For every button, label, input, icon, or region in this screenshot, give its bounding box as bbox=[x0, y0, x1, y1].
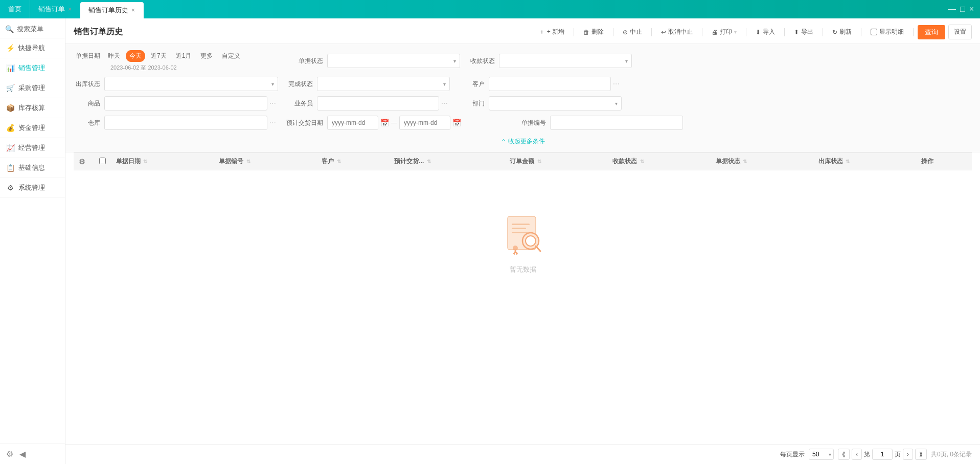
toolbar-divider-3 bbox=[651, 28, 652, 36]
customer-dots[interactable]: ··· bbox=[611, 79, 622, 89]
purchase-mgmt-icon: 🛒 bbox=[6, 84, 14, 92]
empty-text: 暂无数据 bbox=[510, 265, 536, 274]
bill-number-input[interactable] bbox=[550, 116, 683, 130]
th-operations-label: 操作 bbox=[921, 158, 933, 165]
sidebar-item-inventory-check-label: 库存核算 bbox=[18, 103, 45, 113]
delivery-status-select-wrapper bbox=[104, 77, 278, 91]
toolbar-divider-9 bbox=[913, 28, 914, 36]
window-minimize-icon[interactable]: — bbox=[948, 5, 956, 14]
date-btn-custom[interactable]: 自定义 bbox=[218, 50, 244, 62]
delivery-date-from[interactable] bbox=[327, 116, 378, 130]
warehouse-input[interactable] bbox=[104, 116, 267, 130]
export-button[interactable]: ⬆ 导出 bbox=[789, 25, 818, 39]
toolbar: ＋ + 新增 🗑 删除 ⊘ 中止 ↩ 取消中止 bbox=[534, 25, 972, 39]
sidebar-item-system-mgmt[interactable]: ⚙ 系统管理 bbox=[0, 178, 65, 198]
delivery-date-to[interactable] bbox=[399, 116, 450, 130]
tab-sales-order-history[interactable]: 销售订单历史 × bbox=[80, 2, 144, 18]
bill-status-label: 单据状态 bbox=[297, 57, 327, 65]
stop-button[interactable]: ⊘ 中止 bbox=[618, 25, 647, 39]
page-input[interactable] bbox=[872, 449, 893, 460]
bill-status-select[interactable] bbox=[327, 54, 460, 68]
settings-button[interactable]: 设置 bbox=[948, 25, 972, 39]
date-btn-1month[interactable]: 近1月 bbox=[172, 50, 195, 62]
th-bill-status-label: 单据状态 bbox=[716, 158, 740, 165]
delivery-date-from-calendar-icon[interactable]: 📅 bbox=[380, 119, 389, 127]
cancel-stop-icon: ↩ bbox=[661, 29, 666, 36]
date-btn-more[interactable]: 更多 bbox=[197, 50, 216, 62]
th-bill-number[interactable]: 单据编号 ⇅ bbox=[214, 153, 316, 170]
th-customer[interactable]: 客户 ⇅ bbox=[316, 153, 389, 170]
tab-sales-order-history-close[interactable]: × bbox=[131, 7, 135, 14]
completion-status-label: 完成状态 bbox=[286, 80, 317, 89]
sidebar-collapse-icon[interactable]: ◀ bbox=[19, 449, 26, 459]
display-detail-checkbox[interactable] bbox=[871, 29, 877, 35]
sidebar-item-inventory-check[interactable]: 📦 库存核算 bbox=[0, 98, 65, 118]
page-prev-button[interactable]: ‹ bbox=[852, 449, 862, 460]
import-button[interactable]: ⬇ 导入 bbox=[750, 25, 780, 39]
payment-status-label: 收款状态 bbox=[468, 57, 499, 65]
window-maximize-icon[interactable]: □ bbox=[960, 5, 965, 14]
th-expected-delivery[interactable]: 预计交货... ⇅ bbox=[389, 153, 505, 170]
tab-sales-order-label: 销售订单 bbox=[38, 5, 65, 14]
sidebar-item-capital-mgmt[interactable]: 💰 资金管理 bbox=[0, 118, 65, 138]
sidebar-settings-icon[interactable]: ⚙ bbox=[6, 449, 13, 459]
print-button[interactable]: 🖨 打印 ▾ bbox=[706, 25, 742, 39]
goods-dots[interactable]: ··· bbox=[267, 99, 278, 108]
th-order-amount[interactable]: 订单金额 ⇅ bbox=[505, 153, 607, 170]
department-select[interactable] bbox=[489, 96, 622, 111]
delete-icon: 🗑 bbox=[583, 29, 589, 36]
th-bill-status[interactable]: 单据状态 ⇅ bbox=[711, 153, 813, 170]
tab-sales-order-close[interactable]: × bbox=[68, 6, 72, 13]
empty-illustration bbox=[497, 211, 549, 259]
date-btn-7days[interactable]: 近7天 bbox=[147, 50, 170, 62]
cancel-stop-button[interactable]: ↩ 取消中止 bbox=[656, 25, 698, 39]
page-first-button[interactable]: ⟪ bbox=[838, 449, 850, 460]
sidebar-item-purchase-mgmt[interactable]: 🛒 采购管理 bbox=[0, 78, 65, 98]
salesperson-dots[interactable]: ··· bbox=[439, 99, 450, 108]
empty-svg bbox=[497, 211, 549, 257]
select-all-checkbox[interactable] bbox=[99, 158, 106, 164]
tab-home[interactable]: 首页 bbox=[0, 0, 30, 18]
payment-status-select[interactable] bbox=[499, 54, 632, 68]
th-bill-date[interactable]: 单据日期 ⇅ bbox=[111, 153, 214, 170]
new-button[interactable]: ＋ + 新增 bbox=[534, 25, 569, 39]
delivery-status-label: 出库状态 bbox=[74, 80, 104, 89]
delivery-status-select[interactable] bbox=[104, 77, 278, 91]
goods-input[interactable] bbox=[104, 96, 267, 111]
page-next-button[interactable]: › bbox=[903, 449, 913, 460]
salesperson-input[interactable] bbox=[317, 96, 439, 111]
page-size-select[interactable]: 50 10 20 100 bbox=[809, 449, 834, 460]
th-customer-sort-icon: ⇅ bbox=[337, 159, 341, 164]
delete-button[interactable]: 🗑 删除 bbox=[578, 25, 609, 39]
sidebar-item-sales-mgmt[interactable]: 📊 销售管理 bbox=[0, 58, 65, 78]
collapse-button[interactable]: ⌃ 收起更多条件 bbox=[74, 135, 972, 146]
sidebar-item-basic-info[interactable]: 📋 基础信息 bbox=[0, 158, 65, 178]
svg-point-7 bbox=[513, 246, 518, 251]
date-btn-yesterday[interactable]: 昨天 bbox=[104, 50, 124, 62]
table-settings-icon[interactable]: ⚙ bbox=[79, 158, 85, 166]
th-delivery-status[interactable]: 出库状态 ⇅ bbox=[813, 153, 916, 170]
date-btn-today[interactable]: 今天 bbox=[126, 50, 145, 62]
th-settings[interactable]: ⚙ bbox=[74, 153, 94, 170]
warehouse-dots[interactable]: ··· bbox=[267, 118, 278, 127]
refresh-icon: ↻ bbox=[832, 29, 837, 36]
operations-mgmt-icon: 📈 bbox=[6, 144, 14, 152]
sidebar-item-operations-mgmt[interactable]: 📈 经营管理 bbox=[0, 138, 65, 158]
th-payment-status[interactable]: 收款状态 ⇅ bbox=[607, 153, 710, 170]
toolbar-divider-5 bbox=[746, 28, 746, 36]
query-button[interactable]: 查询 bbox=[918, 25, 945, 39]
display-detail-checkbox-label[interactable]: 显示明细 bbox=[865, 25, 909, 39]
goods-label: 商品 bbox=[74, 99, 104, 108]
window-close-icon[interactable]: × bbox=[969, 5, 974, 14]
refresh-button[interactable]: ↻ 刷新 bbox=[827, 25, 857, 39]
sidebar-item-basic-info-label: 基础信息 bbox=[18, 163, 45, 172]
sidebar-search[interactable]: 🔍 搜索菜单 bbox=[0, 18, 65, 38]
customer-input[interactable] bbox=[489, 77, 611, 91]
completion-status-select[interactable] bbox=[317, 77, 450, 91]
page-last-button[interactable]: ⟫ bbox=[915, 449, 927, 460]
sidebar-item-quick-nav[interactable]: ⚡ 快捷导航 bbox=[0, 38, 65, 58]
delivery-date-to-calendar-icon[interactable]: 📅 bbox=[452, 119, 461, 127]
tab-sales-order[interactable]: 销售订单 × bbox=[30, 0, 80, 18]
department-select-wrapper bbox=[489, 96, 622, 111]
date-label: 单据日期 bbox=[74, 52, 104, 60]
